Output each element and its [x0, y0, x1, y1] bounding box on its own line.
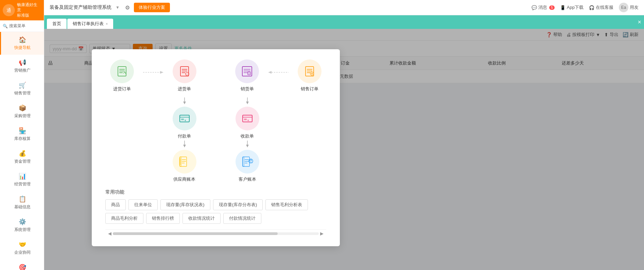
top-header: 装备及固定资产辅助管理系统 ▼ ⚙ 体验行业方案 💬 消息 5 📱 App下载 … — [44, 0, 644, 15]
flow-node-sales-order[interactable]: 销售订单 — [298, 59, 321, 92]
flow-node-receipt-bill[interactable]: ¥ 收款单 — [236, 107, 259, 139]
logo-icon: 通 — [3, 4, 15, 16]
sidebar-item-cooperation[interactable]: 🤝 企业协同 — [0, 237, 44, 259]
arrow-left-1 — [268, 69, 289, 76]
flow-node-purchase-order[interactable]: 进货订单 — [110, 59, 134, 92]
arrow-down-supplier — [181, 141, 188, 147]
func-btn-product-profit[interactable]: 商品毛利分析 — [105, 213, 143, 224]
svg-rect-39 — [244, 119, 247, 120]
flow-node-payment-bill[interactable]: ¥ 付款单 — [173, 107, 196, 139]
sidebar-item-purchase[interactable]: 📦 采购管理 — [0, 100, 44, 123]
func-btn-sales-profit[interactable]: 销售毛利分析表 — [265, 199, 308, 210]
customer-ledger-circle — [236, 150, 259, 174]
messages-badge: 5 — [549, 5, 555, 10]
func-btn-stock-status[interactable]: 现存量(库存状况表) — [160, 199, 210, 210]
sidebar-item-operation[interactable]: 📊 经营管理 — [0, 168, 44, 191]
marketing-icon: 📢 — [19, 59, 26, 66]
scroll-thumb — [113, 232, 278, 235]
user-label: 用友 — [630, 4, 639, 11]
sales-bill-icon — [241, 65, 253, 77]
sidebar-item-system[interactable]: ⚙️ 系统管理 — [0, 214, 44, 237]
flow-node-customer-ledger[interactable]: 客户账本 — [236, 150, 259, 182]
func-btn-payment-stats[interactable]: 付款情况统计 — [223, 213, 261, 224]
sidebar-item-finance[interactable]: 💰 资金管理 — [0, 146, 44, 168]
tab-home[interactable]: 首页 — [47, 19, 67, 29]
func-btn-partner[interactable]: 往来单位 — [128, 199, 158, 210]
sidebar-item-sales[interactable]: 🛒 销售管理 — [0, 77, 44, 100]
search-menu[interactable]: 🔍 搜索菜单 — [0, 20, 44, 32]
experience-btn[interactable]: 体验行业方案 — [134, 3, 170, 12]
sidebar-item-sales-label: 销售管理 — [14, 90, 31, 96]
app-download-label: App下载 — [567, 4, 584, 11]
customer-ledger-icon — [241, 156, 254, 168]
user-menu[interactable]: Ea 用友 — [619, 3, 639, 12]
sales-order-circle — [298, 59, 321, 83]
sidebar-item-operation-label: 经营管理 — [14, 181, 31, 187]
search-icon: 🔍 — [3, 24, 8, 29]
svg-marker-20 — [268, 71, 272, 74]
avatar: Ea — [619, 3, 628, 12]
system-settings-icon[interactable]: ⚙ — [125, 4, 130, 11]
modal-content: 进货订单 — [92, 49, 340, 246]
func-btn-product[interactable]: 商品 — [105, 199, 126, 210]
sales-icon: 🛒 — [19, 82, 26, 89]
svg-text:¥: ¥ — [184, 119, 186, 122]
arrow-down-receipt — [244, 97, 251, 104]
sidebar-item-basic-info[interactable]: 📋 基础信息 — [0, 191, 44, 214]
func-btn-stock-dist[interactable]: 现存量(库存分布表) — [213, 199, 263, 210]
flow-node-supplier-ledger[interactable]: 供应商账本 — [173, 150, 196, 182]
sidebar-item-quick-nav[interactable]: 🏠 快捷导航 — [0, 32, 44, 55]
sidebar-item-newbie[interactable]: 🎯 新手引导 — [0, 259, 44, 270]
payment-bill-label: 付款单 — [178, 133, 191, 139]
svg-marker-42 — [183, 145, 186, 147]
inventory-icon: 🏪 — [19, 127, 26, 134]
svg-marker-30 — [183, 102, 186, 104]
supplier-ledger-label: 供应商账本 — [173, 176, 195, 182]
messages-btn[interactable]: 💬 消息 5 — [532, 4, 555, 11]
download-icon: 📱 — [560, 5, 565, 10]
svg-text:通: 通 — [6, 8, 11, 13]
online-service-btn[interactable]: 🎧 在线客服 — [589, 4, 613, 11]
sidebar-item-finance-label: 资金管理 — [14, 159, 31, 164]
func-btn-sales-rank[interactable]: 销售排行榜 — [146, 213, 180, 224]
svg-rect-35 — [181, 119, 184, 120]
header-right: 💬 消息 5 📱 App下载 🎧 在线客服 Ea 用友 — [532, 3, 639, 12]
svg-rect-50 — [179, 158, 181, 165]
customer-ledger-label: 客户账本 — [239, 176, 256, 182]
cooperation-icon: 🤝 — [19, 241, 26, 248]
tab-bar-close-btn[interactable]: × — [638, 19, 641, 25]
search-menu-label: 搜索菜单 — [9, 23, 25, 29]
scroll-right-arrow[interactable]: ▶ — [320, 231, 324, 236]
purchase-bill-icon: ✓ — [178, 65, 191, 77]
payment-bill-icon: ¥ — [178, 112, 191, 125]
flow-row-1: 进货订单 — [105, 59, 326, 92]
sales-order-icon — [303, 65, 316, 77]
flow-node-purchase-bill[interactable]: ✓ 进货单 — [173, 59, 196, 92]
service-icon: 🎧 — [589, 5, 594, 10]
scroll-left-arrow[interactable]: ◀ — [108, 231, 111, 236]
finance-icon: 💰 — [19, 150, 26, 157]
flow-node-sales-bill[interactable]: 销货单 — [235, 59, 259, 92]
app-download-btn[interactable]: 📱 App下载 — [560, 4, 584, 11]
receipt-bill-label: 收款单 — [241, 133, 254, 139]
system-dropdown-icon[interactable]: ▼ — [116, 5, 120, 10]
svg-marker-32 — [246, 102, 249, 104]
basic-info-icon: 📋 — [19, 195, 26, 203]
func-btn-receipt-stats[interactable]: 收款情况统计 — [182, 213, 221, 224]
purchase-order-circle — [110, 59, 134, 83]
scroll-track[interactable] — [113, 232, 319, 235]
modal-dialog: 进货订单 — [92, 49, 340, 246]
modal-overlay[interactable]: 进货订单 — [44, 29, 644, 270]
tab-close-icon[interactable]: × — [106, 22, 108, 26]
sidebar: 通 畅康通好生意 标准版 🔍 搜索菜单 🏠 快捷导航 📢 营销推广 🛒 销售管理 — [0, 0, 44, 270]
svg-marker-44 — [246, 145, 249, 147]
common-functions-title: 常用功能 — [105, 189, 326, 195]
tab-sales-order-label: 销售订单执行表 — [73, 21, 104, 27]
sales-bill-label: 销货单 — [241, 86, 254, 92]
sidebar-item-marketing[interactable]: 📢 营销推广 — [0, 55, 44, 77]
tab-home-label: 首页 — [52, 21, 61, 27]
sidebar-item-inventory[interactable]: 🏪 库存核算 — [0, 123, 44, 146]
svg-point-57 — [250, 160, 251, 161]
tab-sales-order[interactable]: 销售订单执行表 × — [67, 19, 113, 29]
arrow-right-1 — [143, 69, 163, 76]
